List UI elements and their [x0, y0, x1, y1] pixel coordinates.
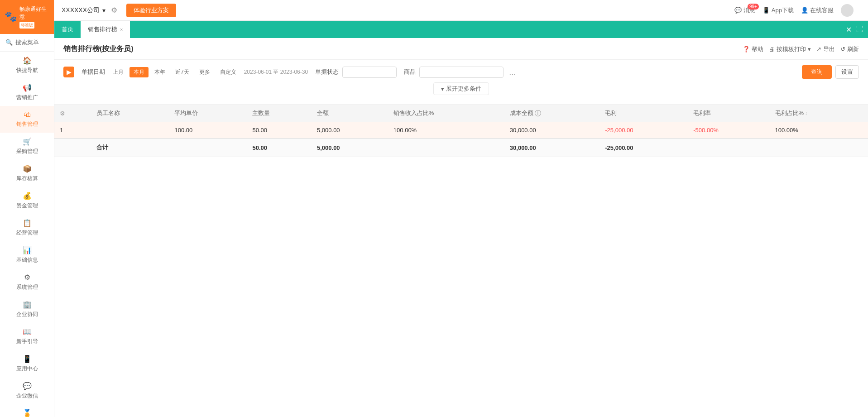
- cell-cost: 30,000.00: [504, 122, 599, 139]
- date-btn-7days[interactable]: 近7天: [171, 67, 193, 77]
- more-filter-dots[interactable]: ...: [509, 67, 516, 77]
- sales-ranking-table: ⚙ 员工名称 平均单价 主数量 全额: [54, 105, 868, 157]
- enterprise-icon: 🏢: [23, 300, 32, 309]
- date-btn-current-month[interactable]: 本月: [129, 67, 149, 77]
- table-footer: 合计 50.00 5,000.00 30,000.00 -25,000.00: [54, 139, 868, 157]
- goods-input[interactable]: [419, 67, 504, 78]
- date-buttons: 上月 本月 本年 近7天 更多 自定义: [109, 67, 240, 77]
- status-select[interactable]: [342, 67, 397, 78]
- tab-close-window-icon[interactable]: ✕: [846, 25, 852, 34]
- message-count: 99+: [748, 4, 759, 10]
- basic-info-icon: 📊: [23, 246, 32, 254]
- sidebar-item-member[interactable]: 🏅 畅会员: [0, 404, 54, 417]
- cell-qty: 50.00: [247, 122, 312, 139]
- company-selector[interactable]: XXXXXX公司 ▾: [62, 6, 106, 14]
- online-service-btn[interactable]: 👤 在线客服: [801, 6, 834, 14]
- tabbar: 首页 销售排行榜 × ✕ ⛶: [54, 21, 868, 38]
- th-employee-name: 员工名称: [91, 105, 169, 122]
- date-btn-prev-month[interactable]: 上月: [109, 67, 128, 77]
- th-employee-name-label: 员工名称: [96, 110, 120, 116]
- th-settings[interactable]: ⚙: [54, 105, 91, 122]
- export-btn[interactable]: ↗ 导出: [816, 45, 835, 53]
- filter-expand-arrow[interactable]: ▶: [63, 67, 74, 77]
- sidebar-item-label: 库存核算: [16, 175, 38, 182]
- sidebar-item-quick-nav[interactable]: 🏠 快捷导航: [0, 52, 54, 79]
- sidebar-item-wechat[interactable]: 💬 企业微信: [0, 377, 54, 404]
- settings-gear-icon[interactable]: ⚙: [111, 6, 117, 14]
- sidebar-item-label: 销售管理: [16, 120, 38, 128]
- sidebar-item-label: 资金管理: [16, 202, 38, 210]
- expand-more-btn[interactable]: ▾ 展开更多条件: [433, 82, 489, 95]
- footer-cost: 30,000.00: [504, 139, 599, 157]
- th-amount: 全额: [312, 105, 388, 122]
- sidebar-item-sales[interactable]: 🛍 销售管理: [0, 106, 54, 133]
- tab-home[interactable]: 首页: [54, 21, 81, 38]
- system-icon: ⚙: [24, 273, 30, 282]
- chevron-down-icon: ▾: [102, 7, 106, 14]
- date-btn-more[interactable]: 更多: [195, 67, 214, 77]
- purchase-icon: 🛒: [23, 137, 32, 146]
- wechat-icon: 💬: [23, 382, 32, 390]
- tab-close-icon[interactable]: ×: [120, 27, 123, 32]
- cell-gross_rate: -500.00%: [688, 122, 769, 139]
- message-btn[interactable]: 💬 消息 99+: [734, 6, 755, 14]
- user-avatar[interactable]: [841, 4, 854, 17]
- template-print-btn[interactable]: 🖨 按模板打印 ▾: [769, 45, 811, 53]
- page-title: 销售排行榜(按业务员): [63, 44, 134, 54]
- th-gross-pct: 毛利占比% ↕: [770, 105, 868, 122]
- sidebar-item-app-center[interactable]: 📱 应用中心: [0, 350, 54, 377]
- trial-btn[interactable]: 体验行业方案: [126, 4, 176, 17]
- sidebar-item-system[interactable]: ⚙ 系统管理: [0, 268, 54, 296]
- footer-row: 合计 50.00 5,000.00 30,000.00 -25,000.00: [54, 139, 868, 157]
- cell-amount: 5,000.00: [312, 122, 388, 139]
- sales-icon: 🛍: [24, 110, 31, 119]
- date-btn-current-year[interactable]: 本年: [150, 67, 169, 77]
- sidebar-item-operation[interactable]: 📋 经营管理: [0, 214, 54, 241]
- tab-maximize-icon[interactable]: ⛶: [856, 25, 863, 34]
- sidebar-item-inventory[interactable]: 📦 库存核算: [0, 160, 54, 187]
- tabbar-controls: ✕ ⛶: [841, 25, 868, 34]
- sidebar-item-label: 应用中心: [16, 365, 38, 373]
- table-header-row: ⚙ 员工名称 平均单价 主数量 全额: [54, 105, 868, 122]
- goods-label: 商品: [404, 68, 416, 76]
- footer-amount: 5,000.00: [312, 139, 388, 157]
- query-btn[interactable]: 查询: [802, 65, 832, 79]
- app-name-line1: 畅康通好生意: [19, 5, 49, 21]
- sidebar-item-basic-info[interactable]: 📊 基础信息: [0, 241, 54, 268]
- inventory-icon: 📦: [23, 164, 32, 173]
- filter-row-1: ▶ 单据日期 上月 本月 本年 近7天 更多 自定义 2023-06-01 至 …: [63, 65, 859, 79]
- cell-avg_price: 100.00: [169, 122, 247, 139]
- member-icon: 🏅: [23, 409, 32, 417]
- settings-btn[interactable]: 设置: [835, 65, 859, 79]
- th-gross: 毛利: [599, 105, 688, 122]
- sidebar-item-enterprise[interactable]: 🏢 企业协同: [0, 296, 54, 323]
- app-download-btn[interactable]: 📱 App下载: [762, 6, 794, 14]
- table-row: 1100.0050.005,000.00100.00%30,000.00-25,…: [54, 122, 868, 139]
- column-settings-icon[interactable]: ⚙: [60, 110, 65, 117]
- date-btn-custom[interactable]: 自定义: [216, 67, 240, 77]
- company-name: XXXXXX公司: [62, 6, 100, 14]
- footer-empty: [54, 139, 91, 157]
- sort-icon[interactable]: ↕: [805, 110, 808, 116]
- guide-icon: 📖: [23, 327, 32, 336]
- search-icon: 🔍: [5, 39, 13, 46]
- th-gross-rate-label: 毛利率: [693, 110, 711, 116]
- sidebar-search[interactable]: 🔍 搜索菜单: [0, 34, 54, 52]
- date-label: 单据日期: [82, 68, 105, 76]
- template-print-label: 按模板打印: [777, 45, 806, 53]
- tab-sales-ranking[interactable]: 销售排行榜 ×: [81, 21, 130, 38]
- cost-info-icon[interactable]: i: [535, 110, 541, 116]
- refresh-btn[interactable]: ↺ 刷新: [840, 45, 859, 53]
- footer-gross-pct: [770, 139, 868, 157]
- finance-icon: 💰: [23, 192, 32, 200]
- sidebar-item-guide[interactable]: 📖 新手引导: [0, 323, 54, 350]
- sidebar-item-purchase[interactable]: 🛒 采购管理: [0, 133, 54, 160]
- sidebar-item-finance[interactable]: 💰 资金管理: [0, 187, 54, 214]
- sidebar-search-label: 搜索菜单: [15, 38, 39, 47]
- page-actions: ❓ 帮助 🖨 按模板打印 ▾ ↗ 导出 ↺ 刷新: [743, 45, 859, 53]
- filter-area: ▶ 单据日期 上月 本月 本年 近7天 更多 自定义 2023-06-01 至 …: [54, 60, 868, 105]
- help-btn[interactable]: ❓ 帮助: [743, 45, 763, 53]
- sidebar-item-marketing[interactable]: 📢 营销推广: [0, 79, 54, 106]
- th-gross-pct-label: 毛利占比%: [775, 109, 804, 117]
- help-icon: ❓: [743, 46, 750, 53]
